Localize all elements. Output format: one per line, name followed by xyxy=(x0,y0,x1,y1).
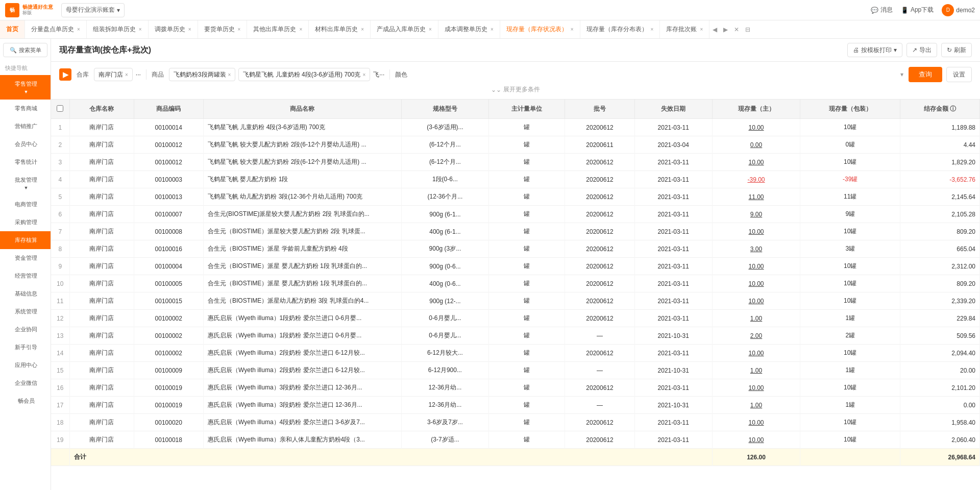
product-tag-1[interactable]: 飞鹤奶粉3段两罐装 × xyxy=(169,68,236,81)
main-layout: 🔍 搜索英单 快捷导航 零售管理 ▼ 零售商城 营销推广 会员中心 零售统计 批… xyxy=(0,39,980,490)
sidebar-item-enterprise-wechat[interactable]: 企业微信 xyxy=(0,374,51,392)
cell-qty-main[interactable]: 10.00 xyxy=(712,414,800,431)
product-tag-2[interactable]: 飞鹤星飞帆 儿童奶粉 4段(3-6岁适用) 700克 × xyxy=(238,68,370,81)
cell-qty-main[interactable]: 11.00 xyxy=(712,188,800,206)
refresh-button[interactable]: ↻ 刷新 xyxy=(941,43,972,57)
sidebar-item-inventory[interactable]: 库存核算 xyxy=(0,231,51,249)
query-button[interactable]: 查询 xyxy=(909,67,942,82)
cell-expire: 2021-03-11 xyxy=(634,206,712,223)
cell-qty-main[interactable]: 1.00 xyxy=(712,310,800,327)
close-icon[interactable]: × xyxy=(238,27,241,32)
expand-more-button[interactable]: ⌄⌄ 展开更多条件 xyxy=(59,85,972,94)
sidebar-item-retail[interactable]: 零售管理 ▼ xyxy=(0,75,51,100)
export-button[interactable]: ↗ 导出 xyxy=(906,43,937,57)
close-icon[interactable]: × xyxy=(299,27,302,32)
tag-close-icon[interactable]: × xyxy=(125,72,128,78)
tab-product-in[interactable]: 产成品入库单历史 × xyxy=(371,20,438,39)
sidebar-item-enterprise[interactable]: 企业协同 xyxy=(0,321,51,338)
close-icon[interactable]: × xyxy=(361,27,364,32)
close-icon[interactable]: × xyxy=(491,27,494,32)
cell-expire: 2021-10-31 xyxy=(634,362,712,379)
print-button[interactable]: 🖨 按模板打印 ▾ xyxy=(847,43,902,57)
cell-code: 00100012 xyxy=(134,154,203,171)
tab-split-inventory[interactable]: 分量盘点单历史 × xyxy=(25,20,87,39)
cell-qty-main[interactable]: 10.00 xyxy=(712,292,800,310)
sidebar-item-retail-mall[interactable]: 零售商城 xyxy=(0,100,51,117)
close-icon[interactable]: × xyxy=(651,27,654,32)
cell-code: 00100009 xyxy=(134,362,203,379)
cell-spec: 1段(0-6... xyxy=(401,171,488,188)
close-icon[interactable]: × xyxy=(77,27,80,32)
close-icon[interactable]: × xyxy=(700,27,703,32)
tag-close-icon[interactable]: × xyxy=(228,72,231,78)
cell-qty-main[interactable]: 3.00 xyxy=(712,240,800,258)
sidebar-item-purchase[interactable]: 采购管理 xyxy=(0,213,51,231)
tab-home[interactable]: 首页 xyxy=(0,20,25,39)
cell-qty-main[interactable]: 10.00 xyxy=(712,119,800,136)
search-button[interactable]: 🔍 搜索英单 xyxy=(3,43,47,57)
sidebar-item-ecommerce[interactable]: 电商管理 xyxy=(0,195,51,213)
tab-other-out[interactable]: 其他出库单历史 × xyxy=(247,20,309,39)
cell-qty-main[interactable]: 0.00 xyxy=(712,136,800,154)
setting-button[interactable]: 设置 xyxy=(946,67,972,82)
cell-qty-main[interactable]: 9.00 xyxy=(712,206,800,223)
tab-material-out[interactable]: 材料出库单历史 × xyxy=(309,20,371,39)
more-product-tags-icon[interactable]: 飞··· xyxy=(373,70,384,79)
cell-qty-main[interactable]: 10.00 xyxy=(712,275,800,292)
tabs-next-arrow[interactable]: ▶ xyxy=(720,26,731,33)
cell-warehouse: 南岸门店 xyxy=(69,310,134,327)
sidebar-item-sys-mgmt[interactable]: 系统管理 xyxy=(0,303,51,321)
message-button[interactable]: 💬 消息 xyxy=(871,6,893,14)
tab-stock-dist[interactable]: 现存量（库存分布表） × xyxy=(580,20,660,39)
app-download-button[interactable]: 📱 App下载 xyxy=(901,6,934,14)
cell-qty-main[interactable]: 10.00 xyxy=(712,379,800,397)
cell-spec: (3-6岁适用)... xyxy=(401,119,488,136)
print-dropdown-icon: ▾ xyxy=(894,46,897,54)
cell-qty-main[interactable]: 10.00 xyxy=(712,258,800,275)
close-icon[interactable]: × xyxy=(139,27,142,32)
cell-qty-main[interactable]: 1.00 xyxy=(712,362,800,379)
total-qty-main: 126.00 xyxy=(712,449,800,466)
th-checkbox[interactable] xyxy=(51,100,69,119)
close-icon[interactable]: × xyxy=(571,27,574,32)
sidebar-item-operations[interactable]: 经营管理 xyxy=(0,267,51,285)
cell-qty-main[interactable]: 10.00 xyxy=(712,345,800,362)
tabs-close-all[interactable]: ✕ xyxy=(731,26,742,33)
cell-qty-main[interactable]: 10.00 xyxy=(712,154,800,171)
cell-qty-main[interactable]: 10.00 xyxy=(712,431,800,449)
cell-qty-main[interactable]: 2.00 xyxy=(712,327,800,345)
close-icon[interactable]: × xyxy=(188,27,191,32)
table-row: 18 南岸门店 00100020 惠氏启辰（Wyeth illuma）4段奶粉 … xyxy=(51,414,980,431)
tab-batch-voucher[interactable]: 库存批次账 × xyxy=(660,20,709,39)
close-icon[interactable]: × xyxy=(429,27,432,32)
tab-disassemble[interactable]: 组装拆卸单历史 × xyxy=(87,20,149,39)
tag-close-icon[interactable]: × xyxy=(362,72,365,78)
industry-select[interactable]: 母婴行业演示账套 ▾ xyxy=(61,3,125,17)
sidebar-item-marketing[interactable]: 营销推广 xyxy=(0,117,51,135)
sidebar-item-finance[interactable]: 资金管理 xyxy=(0,249,51,267)
sidebar-item-retail-stats[interactable]: 零售统计 xyxy=(0,153,51,171)
th-qty-pack: 现存量（包装） xyxy=(800,100,900,119)
tabs-prev-arrow[interactable]: ◀ xyxy=(709,26,720,33)
cell-qty-main[interactable]: -39.00 xyxy=(712,171,800,188)
filter-toggle-button[interactable]: ▶ xyxy=(59,68,71,81)
sidebar-item-members[interactable]: 会员中心 xyxy=(0,135,51,153)
tab-mix[interactable]: 调拨单历史 × xyxy=(149,20,198,39)
tab-stock-status[interactable]: 现存量（库存状况表） × xyxy=(500,20,580,39)
select-all-checkbox[interactable] xyxy=(57,105,63,112)
sidebar-item-base-info[interactable]: 基础信息 xyxy=(0,285,51,303)
sidebar-item-member-cards[interactable]: 畅会员 xyxy=(0,392,51,410)
tab-cost-adjust[interactable]: 成本调整单历史 × xyxy=(438,20,500,39)
sidebar-item-app-center[interactable]: 应用中心 xyxy=(0,356,51,374)
cell-qty-main[interactable]: 1.00 xyxy=(712,397,800,414)
user-avatar-button[interactable]: D demo2 xyxy=(942,4,975,16)
cell-qty-pack: -39罐 xyxy=(800,171,900,188)
sidebar-item-new-guide[interactable]: 新手引导 xyxy=(0,338,51,356)
tabs-menu[interactable]: ⊟ xyxy=(742,26,753,33)
warehouse-tag-nanan[interactable]: 南岸门店 × xyxy=(94,68,133,81)
cell-amount: 2,339.20 xyxy=(900,292,980,310)
sidebar-item-wholesale[interactable]: 批发管理 ▼ xyxy=(0,171,51,195)
more-tags-icon[interactable]: ··· xyxy=(136,71,141,78)
tab-requisition[interactable]: 要货单历史 × xyxy=(198,20,248,39)
cell-qty-main[interactable]: 10.00 xyxy=(712,223,800,240)
